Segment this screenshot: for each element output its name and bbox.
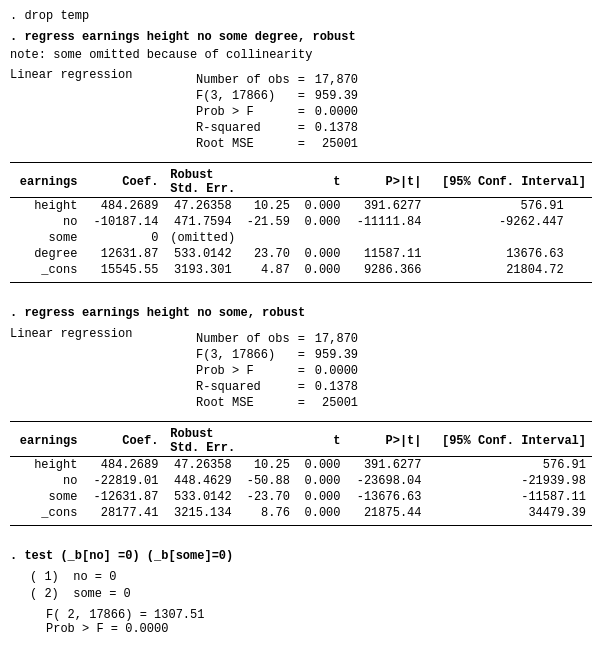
stats-row: F(3, 17866)=959.39 [190,88,364,104]
reg2-col-earnings: earnings [10,426,83,457]
reg1-table-outer: earnings Coef. Robust Std. Err. t P>|t| … [10,162,592,283]
stats-row: Root MSE=25001 [190,136,364,152]
cmd3: . regress earnings height no some, robus… [10,305,592,322]
reg1-table-header: earnings Coef. Robust Std. Err. t P>|t| … [10,167,592,198]
reg2-col-coef: Coef. [83,426,164,457]
test-f-eq: = [140,608,147,622]
table-row: some0(omitted) [10,230,592,246]
test-result: F( 2, 17866) = 1307.51 [10,608,592,622]
stats-row: Prob > F=0.0000 [190,363,364,379]
reg1-col-coef: Coef. [83,167,164,198]
stats-row: F(3, 17866)=959.39 [190,347,364,363]
cmd1: . drop temp [10,8,592,25]
test-line2: ( 2) some = 0 [10,586,592,603]
reg1-col-pt: P>|t| [347,167,428,198]
cmd4: . test (_b[no] =0) (_b[some]=0) [10,548,592,565]
stats-row: R-squared=0.1378 [190,120,364,136]
reg2-table-outer: earnings Coef. Robust Std. Err. t P>|t| … [10,421,592,526]
reg1-col-earnings: earnings [10,167,83,198]
stats-row: Number of obs=17,870 [190,72,364,88]
reg1-title: Linear regression [10,68,190,82]
reg2-col-t: t [296,426,347,457]
note1: note: some omitted because of collineari… [10,47,592,64]
reg2-col-pt: P>|t| [347,426,428,457]
reg1-col-robust-se: Robust Std. Err. [164,167,296,198]
test-f-val: 1307.51 [154,608,204,622]
test-prob-label: Prob > F = [46,622,118,636]
stats-row: Root MSE=25001 [190,395,364,411]
table-row: height484.268947.2635810.250.000391.6277… [10,456,592,473]
reg2-col-ci: [95% Conf. Interval] [428,426,593,457]
reg2-table-header: earnings Coef. Robust Std. Err. t P>|t| … [10,426,592,457]
test-prob: Prob > F = 0.0000 [10,622,592,636]
reg1-col-t: t [296,167,347,198]
test-f-label: F( 2, 17866) [46,608,132,622]
test-line1: ( 1) no = 0 [10,569,592,586]
table-row: some-12631.87533.0142-23.700.000-13676.6… [10,489,592,505]
table-row: no-10187.14471.7594-21.590.000-11111.84-… [10,214,592,230]
test-prob-val: 0.0000 [125,622,168,636]
table-row: height484.268947.2635810.250.000391.6277… [10,198,592,215]
stats-row: R-squared=0.1378 [190,379,364,395]
stats-row: Prob > F=0.0000 [190,104,364,120]
reg2-title: Linear regression [10,327,190,341]
reg1-col-ci: [95% Conf. Interval] [428,167,593,198]
reg2-col-robust-se: Robust Std. Err. [164,426,296,457]
table-row: _cons15545.553193.3014.870.0009286.36621… [10,262,592,278]
stats-row: Number of obs=17,870 [190,331,364,347]
cmd2: . regress earnings height no some degree… [10,29,592,46]
table-row: degree12631.87533.014223.700.00011587.11… [10,246,592,262]
table-row: _cons28177.413215.1348.760.00021875.4434… [10,505,592,521]
reg2-stats: Number of obs=17,870F(3, 17866)=959.39Pr… [190,327,364,415]
table-row: no-22819.01448.4629-50.880.000-23698.04-… [10,473,592,489]
reg1-stats: Number of obs=17,870F(3, 17866)=959.39Pr… [190,68,364,156]
